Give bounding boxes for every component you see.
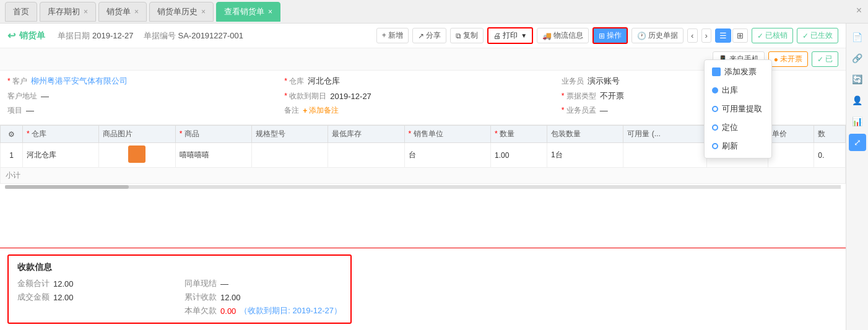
deal-amount-label: 成交金额: [17, 292, 50, 303]
share-icon: ↗: [418, 32, 424, 40]
refresh-item[interactable]: 刷新: [705, 137, 771, 155]
doc-no: 单据编号 SA-20191227-001: [144, 30, 244, 41]
row-min-stock: [328, 143, 404, 168]
same-order-item: 同单现结 —: [184, 278, 342, 289]
tab-inventory-close[interactable]: ×: [84, 7, 88, 16]
row-spec: [251, 143, 328, 168]
doc-icon: ↩: [7, 30, 15, 41]
tab-history-close[interactable]: ×: [201, 7, 206, 16]
current-due-value: 0.00: [220, 306, 236, 316]
out-warehouse-item[interactable]: 出库: [705, 81, 771, 100]
row-warehouse: 河北仓库: [23, 143, 99, 168]
row-no: 1: [1, 143, 23, 168]
sidebar-user-icon[interactable]: 👤: [849, 92, 866, 109]
row-unit: 台: [404, 143, 491, 168]
confirm-btn[interactable]: ✓ 已: [812, 51, 838, 67]
project-value: —: [26, 106, 34, 115]
share-button[interactable]: ↗ 分享: [412, 28, 446, 43]
operation-button[interactable]: ⊞ 操作: [592, 27, 628, 44]
customer-value[interactable]: 柳州粤港平安气体有限公司: [31, 76, 128, 87]
bottom-section: 收款信息 金额合计 12.00 同单现结 — 成交金额 12.00: [0, 248, 846, 330]
same-order-value: —: [220, 279, 228, 289]
not-open-btn[interactable]: ● 未开票: [768, 51, 808, 67]
customer-label: 客户: [7, 76, 27, 87]
total-received-label: 累计收款: [184, 292, 217, 303]
tab-view-sales[interactable]: 查看销货单 ×: [216, 2, 280, 22]
deal-amount-value: 12.00: [53, 293, 74, 302]
project-label: 项目: [7, 105, 22, 116]
row-product: 嘻嘻嘻嘻: [175, 143, 251, 168]
print-icon: 🖨: [493, 32, 501, 40]
staff-label: 业务员: [562, 76, 584, 87]
grid-view-btn[interactable]: ⊞: [732, 28, 748, 43]
staff-field: 业务员 演示账号: [562, 76, 838, 87]
add-invoice-item[interactable]: 添加发票: [705, 63, 771, 81]
warehouse-field: 仓库 河北仓库: [284, 76, 561, 87]
deal-amount-item: 成交金额 12.00: [17, 292, 175, 303]
customer-field: 客户 柳州粤港平安气体有限公司: [7, 76, 284, 87]
total-received-value: 12.00: [220, 293, 241, 302]
row-pack-qty: 1台: [547, 143, 623, 168]
address-label: 客户地址: [7, 91, 37, 102]
sidebar-refresh-icon[interactable]: 🔄: [849, 71, 866, 88]
print-button[interactable]: 🖨 打印 ▼: [487, 27, 533, 44]
add-note-btn[interactable]: 添加备注: [303, 105, 339, 116]
same-order-label: 同单现结: [184, 278, 217, 289]
copy-icon: ⧉: [456, 32, 461, 40]
col-price: 单价: [768, 126, 814, 143]
circle-blue-icon: [712, 87, 718, 93]
effective-button[interactable]: ✓ 已生效: [797, 28, 838, 43]
tab-home[interactable]: 首页: [5, 2, 37, 22]
main-toolbar: + 新增 ↗ 分享 ⧉ 复制 🖨 打印 ▼ 🚚 物流信息: [376, 27, 838, 44]
project-field: 项目 —: [7, 105, 284, 116]
current-due-label: 本单欠款: [184, 305, 217, 316]
truck-icon: 🚚: [542, 32, 552, 40]
sidebar-expand-icon[interactable]: ⤢: [849, 134, 866, 151]
sidebar-doc-icon[interactable]: 📄: [849, 28, 866, 46]
sales-label: 业务员孟: [562, 105, 596, 116]
note-label: 备注: [284, 105, 299, 116]
tab-view-close[interactable]: ×: [268, 7, 272, 16]
history-button[interactable]: 🕐 历史单据: [631, 28, 684, 43]
tab-sales-close[interactable]: ×: [134, 7, 139, 16]
amount-item: 金额合计 12.00: [17, 278, 175, 289]
doc-title: ↩ 销货单: [7, 30, 45, 41]
prev-btn[interactable]: ‹: [687, 28, 697, 43]
doc-meta: 单据日期 2019-12-27 单据编号 SA-20191227-001: [58, 30, 376, 41]
check-circle-icon: ✓: [817, 55, 823, 64]
tab-inventory[interactable]: 库存期初 ×: [40, 2, 96, 22]
sidebar-link-icon[interactable]: 🔗: [849, 50, 866, 67]
col-settings[interactable]: ⚙: [1, 126, 23, 143]
circle-outline-icon: [712, 106, 718, 112]
current-due-item: 本单欠款 0.00 （收款到期日: 2019-12-27）: [184, 305, 342, 316]
print-dropdown-arrow[interactable]: ▼: [521, 32, 527, 39]
scroll-area[interactable]: [0, 184, 846, 190]
col-warehouse: 仓库: [23, 126, 99, 143]
copy-button[interactable]: ⧉ 复制: [450, 28, 484, 43]
list-view-btn[interactable]: ☰: [715, 28, 731, 43]
product-thumbnail: [128, 145, 145, 163]
tab-history[interactable]: 销货单历史 ×: [149, 2, 214, 22]
staff-value: 演示账号: [588, 76, 620, 87]
col-product: 商品: [175, 126, 251, 143]
ticket-field: 票据类型 不开票: [562, 90, 838, 102]
available-qty-item[interactable]: 可用量提取: [705, 100, 771, 118]
tab-sales[interactable]: 销货单 ×: [98, 2, 147, 22]
check-icon: ✓: [757, 32, 763, 40]
warehouse-label: 仓库: [284, 76, 304, 87]
sales-field: 业务员孟 —: [562, 105, 838, 116]
grid-icon: ⊞: [599, 32, 605, 40]
col-pack-qty: 包装数量: [547, 126, 623, 143]
locate-item[interactable]: 定位: [705, 118, 771, 137]
sidebar-chart-icon[interactable]: 📊: [849, 113, 866, 130]
col-unit: 销售单位: [404, 126, 491, 143]
sales-value: —: [600, 106, 608, 115]
note-field: 备注 添加备注: [284, 105, 561, 116]
row-available: [623, 143, 706, 168]
canceled-button[interactable]: ✓ 已核销: [752, 28, 793, 43]
window-close-btn[interactable]: ×: [856, 5, 862, 16]
next-btn[interactable]: ›: [701, 28, 711, 43]
new-button[interactable]: + 新增: [376, 28, 409, 43]
logistics-button[interactable]: 🚚 物流信息: [537, 28, 589, 43]
due-note[interactable]: （收款到期日: 2019-12-27）: [240, 305, 342, 316]
